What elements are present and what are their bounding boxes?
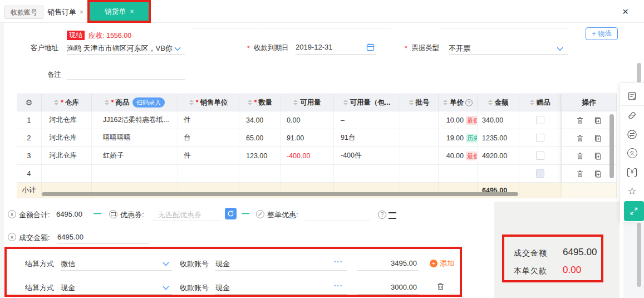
chevron-down-icon[interactable]	[557, 47, 563, 51]
chevron-down-icon[interactable]	[163, 262, 169, 266]
batch-cell[interactable]	[400, 129, 439, 147]
help-icon[interactable]: ?	[378, 211, 386, 219]
delete-row-icon[interactable]	[576, 116, 584, 124]
sort-icon[interactable]	[105, 100, 109, 105]
collapse-handle-icon[interactable]	[389, 212, 396, 219]
price-cell[interactable]	[439, 165, 478, 183]
tab-close-icon[interactable]: ×	[130, 8, 134, 16]
sort-icon[interactable]	[54, 100, 58, 105]
order-discount-input[interactable]	[304, 221, 370, 221]
price-cell[interactable]: 40.00最低	[439, 147, 478, 165]
refresh-coupon-button[interactable]	[225, 208, 237, 219]
settle-method-select[interactable]: 现金	[61, 283, 75, 293]
payment-amount-input[interactable]: 3495.00	[357, 259, 417, 267]
page-scrollbar[interactable]	[637, 223, 641, 287]
horizontal-scrollbar[interactable]	[42, 192, 518, 196]
delete-payment-icon[interactable]	[436, 282, 445, 291]
qty-cell[interactable]: 34.00	[239, 111, 281, 129]
header-qty[interactable]: *数量	[239, 94, 281, 111]
table-vertical-scrollbar[interactable]	[609, 114, 614, 178]
copy-row-icon[interactable]	[594, 152, 602, 160]
copy-row-icon[interactable]	[594, 116, 602, 124]
tab-payment-account[interactable]: 收款账号	[4, 6, 43, 19]
warehouse-cell[interactable]: 河北仓库	[42, 111, 92, 129]
header-amount[interactable]: 金额	[478, 94, 519, 111]
receive-account-select[interactable]: 现金	[215, 283, 230, 293]
tab-sales-order[interactable]: 销售订单×	[47, 7, 83, 17]
unit-cell[interactable]: 台	[178, 129, 239, 147]
delete-row-icon[interactable]	[576, 134, 584, 142]
header-warehouse[interactable]: *仓库	[42, 94, 92, 111]
header-gift[interactable]: 赠品	[519, 94, 561, 111]
warehouse-cell[interactable]: 河北仓库	[42, 147, 92, 165]
header-available-pkg[interactable]: 可用量（包...	[334, 94, 400, 111]
gift-checkbox[interactable]	[536, 169, 544, 178]
qty-cell[interactable]: 123.00	[239, 147, 281, 165]
payment-amount-input[interactable]: 3000.00	[357, 283, 417, 291]
copy-row-icon[interactable]	[594, 170, 602, 178]
help-icon[interactable]: ?	[465, 99, 473, 106]
copy-row-icon[interactable]	[594, 134, 602, 142]
product-cell[interactable]: 嘻嘻嘻嘻	[92, 129, 178, 147]
unit-cell[interactable]: 件	[178, 111, 239, 129]
header-product[interactable]: *商品扫码录入	[92, 94, 178, 111]
add-logistics-button[interactable]: + 物流	[586, 27, 618, 40]
price-cell[interactable]: 10.00最低	[439, 111, 478, 129]
header-unit[interactable]: *销售单位	[178, 94, 239, 111]
close-icon[interactable]: ×	[622, 6, 628, 18]
sort-icon[interactable]	[248, 100, 252, 105]
unit-cell[interactable]	[178, 165, 239, 183]
order-notes-button[interactable]	[620, 86, 644, 106]
remark-input[interactable]	[67, 79, 185, 80]
scan-entry-badge[interactable]: 扫码录入	[132, 97, 165, 108]
gift-checkbox[interactable]	[536, 116, 544, 124]
delete-row-icon[interactable]	[576, 170, 584, 178]
page-scrollbar[interactable]	[637, 63, 641, 82]
settle-method-select[interactable]: 微信	[61, 259, 75, 269]
product-cell[interactable]: JJ162洁柔特惠卷纸...	[92, 111, 178, 129]
calendar-icon[interactable]	[366, 43, 375, 51]
sort-icon[interactable]	[443, 100, 448, 105]
transfer-button[interactable]	[620, 125, 644, 144]
coupon-input[interactable]: 无匹配优惠券	[158, 210, 201, 220]
warehouse-cell[interactable]	[42, 165, 92, 183]
header-available[interactable]: 可用量	[281, 94, 334, 111]
header-price[interactable]: 单价?	[439, 94, 478, 111]
related-docs-button[interactable]	[620, 106, 644, 125]
bill-type-select[interactable]: 不开票	[449, 43, 470, 53]
gift-checkbox[interactable]	[536, 152, 544, 160]
tab-close-icon[interactable]: ×	[80, 8, 83, 16]
sort-icon[interactable]	[530, 100, 534, 105]
arrears-button[interactable]: 欠	[620, 144, 644, 163]
sort-icon[interactable]	[189, 100, 194, 105]
unit-cell[interactable]: 件	[178, 147, 239, 165]
receive-account-select[interactable]: 现金	[215, 259, 230, 269]
sort-icon[interactable]	[409, 100, 414, 105]
batch-cell[interactable]	[400, 111, 439, 129]
qty-cell[interactable]	[239, 165, 281, 183]
batch-cell[interactable]	[400, 165, 439, 183]
due-date-input[interactable]: 2019-12-31	[296, 43, 333, 51]
customer-address-select[interactable]: 渔鸥 天津市市辖区河东区，VB你	[67, 43, 173, 53]
more-options-icon[interactable]: ···	[334, 281, 343, 290]
price-cell[interactable]: 19.00历史	[439, 129, 478, 147]
gift-checkbox[interactable]	[536, 134, 544, 142]
qty-cell[interactable]: 65.00	[239, 129, 281, 147]
delete-row-icon[interactable]	[576, 152, 584, 160]
sort-icon[interactable]	[488, 100, 493, 105]
sort-icon[interactable]	[293, 100, 298, 105]
warehouse-cell[interactable]: 河北仓库	[42, 129, 92, 147]
product-cell[interactable]	[92, 165, 178, 183]
gear-icon[interactable]: ⚙	[26, 98, 33, 107]
sort-icon[interactable]	[343, 100, 348, 105]
product-cell[interactable]: 红娇子	[92, 147, 178, 165]
batch-cell[interactable]	[400, 147, 439, 165]
fullscreen-button[interactable]	[624, 201, 644, 221]
column-settings-header[interactable]: ⚙	[17, 94, 42, 111]
add-payment-button[interactable]: + 添加	[430, 258, 454, 268]
cash-button[interactable]: ¥	[620, 163, 644, 182]
header-batch[interactable]: 批号	[400, 94, 439, 111]
favorite-button[interactable]: ☆	[620, 182, 644, 201]
chevron-down-icon[interactable]	[174, 47, 181, 51]
chevron-down-icon[interactable]	[163, 286, 169, 290]
